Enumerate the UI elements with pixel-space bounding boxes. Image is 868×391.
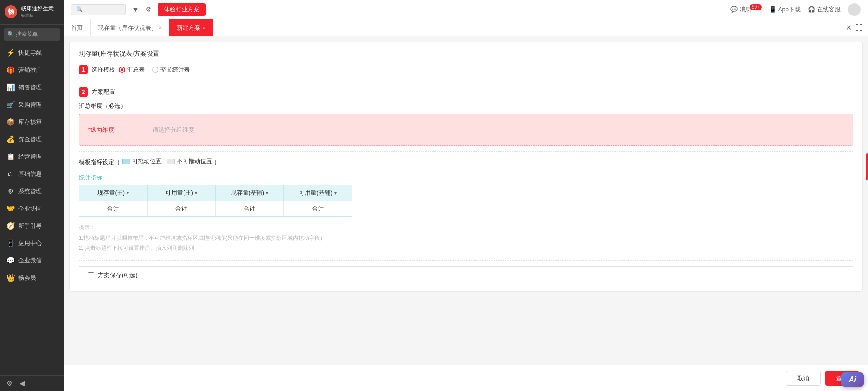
tab-new-plan-label: 新建方案	[177, 24, 200, 32]
sidebar-item-label: 新手引导	[18, 222, 42, 230]
indicator-section: 统计指标 现存量(主) ▾ 可用量(主) ▾	[79, 174, 853, 218]
topbar-message[interactable]: 💬 消息 99+	[730, 5, 762, 14]
sidebar-logo: 畅 畅康通好生意 标准版	[0, 0, 64, 25]
sales-icon: 📊	[6, 83, 15, 92]
indicator-settings-text: 模板指标设定（ 可拖动位置 不可拖动位置 ）	[79, 157, 220, 166]
app-version: 标准版	[21, 13, 54, 19]
sidebar-item-wechat[interactable]: 💬 企业微信	[0, 252, 64, 269]
indicator-table-header: 现存量(主) ▾ 可用量(主) ▾ 现存量(基辅) ▾	[79, 185, 352, 201]
indicator-col-4[interactable]: 可用量(基辅) ▾	[284, 185, 352, 201]
indicator-cell-3: 合计	[216, 201, 284, 216]
ind-label-draggable: 可拖动位置	[122, 157, 162, 165]
sidebar-item-label: 企业微信	[18, 257, 42, 265]
footer-divider	[79, 260, 853, 261]
sidebar-nav: ⚡ 快捷导航 🎁 营销推广 📊 销售管理 🛒 采购管理 📦 库存核算 💰 资金管…	[0, 44, 64, 375]
tab-inventory-label: 现存量（库存状况表）	[98, 24, 157, 32]
sidebar-item-basic[interactable]: 🗂 基础信息	[0, 165, 64, 183]
page-panel: 现存量(库存状况表)方案设置 1 选择模板 汇总表	[69, 42, 863, 292]
tab-new-plan-close[interactable]: ×	[202, 25, 205, 31]
sidebar-item-operation[interactable]: 📋 经营管理	[0, 148, 64, 165]
quick-nav-icon: ⚡	[6, 49, 15, 57]
scroll-hint	[866, 153, 868, 180]
sidebar-item-system[interactable]: ⚙ 系统管理	[0, 183, 64, 200]
sidebar-item-member[interactable]: 👑 畅会员	[0, 269, 64, 287]
tab-home-label: 首页	[71, 24, 83, 32]
sidebar-item-corp[interactable]: 🤝 企业协同	[0, 200, 64, 217]
ai-float-button[interactable]: Ai	[841, 372, 864, 387]
indicator-col-4-chevron: ▾	[334, 190, 337, 196]
sidebar-item-marketing[interactable]: 🎁 营销推广	[0, 62, 64, 79]
indicator-table-row: 合计 合计 合计 合计	[79, 201, 352, 216]
sidebar-item-finance[interactable]: 💰 资金管理	[0, 131, 64, 148]
radio-summary[interactable]: 汇总表	[119, 66, 145, 74]
radio-cross[interactable]: 交叉统计表	[152, 66, 190, 74]
radio-cross-dot	[152, 67, 158, 73]
system-icon: ⚙	[6, 187, 15, 196]
tab-expand-icon[interactable]: ⛶	[855, 24, 863, 32]
wechat-icon: 💬	[6, 257, 15, 265]
sidebar-item-apps[interactable]: 📱 应用中心	[0, 235, 64, 252]
indicator-col-2-chevron: ▾	[195, 190, 197, 196]
topbar-app-download[interactable]: 📱 App下载	[769, 5, 801, 14]
indicator-cell-4: 合计	[284, 201, 352, 216]
indicator-col-2-label: 可用量(主)	[165, 189, 193, 197]
topbar: 🔍 ──── ▼ ⚙ 体验行业方案 💬 消息 99+ 📱 App下载 🎧 在线客…	[64, 0, 868, 19]
corp-icon: 🤝	[6, 205, 15, 213]
sidebar-item-label: 库存核算	[18, 118, 42, 126]
settings-icon[interactable]: ⚙	[6, 379, 12, 387]
topbar-search[interactable]: 🔍 ────	[71, 4, 126, 15]
sidebar-item-inventory[interactable]: 📦 库存核算	[0, 113, 64, 131]
message-badge: 99+	[750, 4, 762, 10]
tab-home[interactable]: 首页	[64, 19, 91, 36]
undraggable-label-text: 不可拖动位置	[177, 157, 212, 165]
online-service-label: 在线客服	[817, 5, 841, 14]
tab-close-window-icon[interactable]: ✕	[846, 23, 852, 32]
topbar-gear-icon[interactable]: ▼	[132, 5, 139, 13]
headset-icon: 🎧	[808, 6, 815, 13]
tips-text-2: 2. 点击标题栏下拉可设置排序、插入列和删除列	[79, 243, 853, 253]
marketing-icon: 🎁	[6, 66, 15, 74]
step1-section: 1 选择模板 汇总表 交叉统计表	[79, 65, 853, 74]
ind-label-prefix: 模板指标设定（	[79, 159, 120, 165]
dimension-section: 汇总维度（必选） *纵向维度 请选择分组维度	[79, 102, 853, 146]
user-avatar[interactable]	[848, 3, 861, 16]
sidebar-item-label: 营销推广	[18, 66, 42, 74]
page-title: 现存量(库存状况表)方案设置	[79, 50, 853, 58]
indicator-col-3-label: 现存量(基辅)	[231, 189, 265, 197]
vertical-dim-placeholder[interactable]: 请选择分组维度	[153, 126, 194, 134]
save-checkbox[interactable]	[88, 272, 94, 278]
indicator-col-1-label: 现存量(主)	[97, 189, 125, 197]
indicator-col-3-chevron: ▾	[266, 190, 268, 196]
tab-inventory-status[interactable]: 现存量（库存状况表） ×	[91, 19, 169, 36]
sidebar-item-label: 销售管理	[18, 83, 42, 92]
tabs-bar: 首页 现存量（库存状况表） × 新建方案 × ✕ ⛶	[64, 19, 868, 36]
step2-header: 2 方案配置	[79, 87, 853, 97]
sidebar-item-guide[interactable]: 🧭 新手引导	[0, 217, 64, 235]
sidebar-item-sales[interactable]: 📊 销售管理	[0, 79, 64, 96]
industry-plan-button[interactable]: 体验行业方案	[158, 3, 206, 16]
indicator-col-1[interactable]: 现存量(主) ▾	[79, 185, 148, 201]
ind-label-suffix: ）	[214, 159, 220, 165]
dim-separator-line	[120, 130, 147, 130]
tab-new-plan[interactable]: 新建方案 ×	[169, 19, 213, 36]
step2-title: 方案配置	[92, 88, 115, 96]
sidebar-item-purchase[interactable]: 🛒 采购管理	[0, 96, 64, 113]
sidebar-search[interactable]: 🔍 搜索菜单	[4, 28, 60, 41]
topbar-settings-icon[interactable]: ⚙	[145, 5, 151, 14]
cancel-button[interactable]: 取消	[786, 371, 821, 386]
collapse-icon[interactable]: ◀	[20, 379, 25, 387]
topbar-online-service[interactable]: 🎧 在线客服	[808, 5, 841, 14]
sidebar-item-quick-nav[interactable]: ⚡ 快捷导航	[0, 44, 64, 62]
sidebar-item-label: 基础信息	[18, 170, 42, 178]
tab-inventory-close[interactable]: ×	[159, 25, 162, 31]
operation-icon: 📋	[6, 153, 15, 161]
finance-icon: 💰	[6, 135, 15, 144]
step-divider	[79, 82, 853, 82]
indicator-col-2[interactable]: 可用量(主) ▾	[148, 185, 216, 201]
step2-section: 2 方案配置 汇总维度（必选） *纵向维度 请选择分组维度	[79, 87, 853, 253]
template-radio-group: 汇总表 交叉统计表	[119, 66, 190, 74]
indicator-col-3[interactable]: 现存量(基辅) ▾	[216, 185, 284, 201]
topbar-search-text: ────	[85, 6, 100, 13]
indicator-col-1-chevron: ▾	[127, 190, 129, 196]
content-area: 现存量(库存状况表)方案设置 1 选择模板 汇总表	[64, 36, 868, 365]
